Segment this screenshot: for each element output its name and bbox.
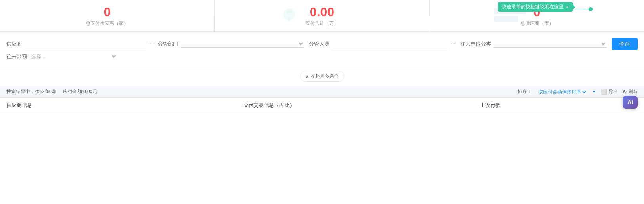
table-body	[0, 113, 644, 204]
stat-payable-total-number: 0.00	[310, 4, 334, 19]
stat-payable-vendors-label: 总应付供应商（家）	[86, 20, 128, 27]
tooltip-text: 快速录单的快捷键说明在这里	[502, 4, 564, 10]
stat-payable-total-label: 应付合计（万）	[305, 20, 339, 27]
collapse-button[interactable]: ∧ 收起更多条件	[300, 71, 344, 82]
tooltip-dot	[589, 7, 593, 11]
refresh-icon: ↻	[623, 89, 627, 95]
filter-row-2: 往来余额 选择... ▼	[6, 53, 638, 60]
table-col-supplier-info: 供应商信息	[6, 102, 243, 109]
stat-total-vendors-label: 总供应商（家）	[520, 20, 554, 27]
balance-select-wrapper[interactable]: 选择... ▼	[29, 53, 117, 60]
sort-arrow-icon: ▼	[592, 90, 596, 94]
person-input[interactable]	[332, 40, 448, 48]
unit-class-select-wrapper[interactable]: ▼	[493, 40, 607, 48]
refresh-button[interactable]: ↻ 刷新	[623, 88, 638, 95]
bg-decoration-2	[494, 16, 518, 22]
export-icon: ⬜	[601, 89, 607, 95]
stat-total-vendors: 快速录单的快捷键说明在这里 × 0 总供应商（家）	[430, 0, 644, 31]
supplier-label: 供应商	[6, 40, 22, 48]
svg-point-1	[286, 10, 292, 13]
filter-row-1: 供应商 ··· 分管部门 ▼ 分管人员 ··· 往来单位分类	[6, 38, 638, 50]
filter-section: 供应商 ··· 分管部门 ▼ 分管人员 ··· 往来单位分类	[0, 33, 644, 67]
stat-payable-vendors-number: 0	[103, 4, 111, 19]
query-button[interactable]: 查询	[612, 38, 638, 50]
result-bar-right: 排序： 按应付会额倒序排序 ▼ ⬜ 导出 ↻ 刷新	[518, 88, 638, 95]
ai-button[interactable]: Ai	[623, 96, 638, 109]
collapse-row: ∧ 收起更多条件	[0, 67, 644, 86]
refresh-label[interactable]: 刷新	[628, 88, 638, 95]
payable-amount-text: 应付金额 0.00元	[63, 88, 97, 95]
person-label: 分管人员	[309, 40, 330, 48]
person-dots[interactable]: ···	[451, 41, 455, 47]
unit-class-label: 往来单位分类	[460, 40, 491, 48]
filter-supplier: 供应商 ···	[6, 40, 153, 48]
filter-balance: 往来余额 选择... ▼	[6, 53, 117, 60]
unit-class-select[interactable]	[493, 40, 607, 47]
table-col-last-payment: 上次付款	[480, 102, 638, 109]
dept-select-wrapper[interactable]: ▼	[181, 40, 304, 48]
dept-select[interactable]	[181, 40, 304, 47]
top-stats-bar: 0 总应付供应商（家） 0.00 应付合计（万） 快速录单的快捷键说明在这里 ×…	[0, 0, 644, 32]
result-bar: 搜索结果中，供应商0家 应付金额 0.00元 排序： 按应付会额倒序排序 ▼ ⬜…	[0, 86, 644, 98]
table-header: 供应商信息 应付交易信息（占比） 上次付款	[0, 98, 644, 113]
sort-select[interactable]: 按应付会额倒序排序	[537, 89, 587, 95]
collapse-icon: ∧	[305, 74, 309, 79]
search-result-text: 搜索结果中，供应商0家	[6, 88, 57, 95]
filter-unit-class: 往来单位分类 ▼	[460, 40, 607, 48]
sort-label: 排序：	[518, 88, 532, 95]
result-bar-left: 搜索结果中，供应商0家 应付金额 0.00元	[6, 88, 97, 95]
svg-rect-2	[288, 17, 290, 21]
mint-icon	[279, 6, 299, 26]
balance-select[interactable]: 选择...	[29, 53, 117, 60]
balance-label: 往来余额	[6, 53, 27, 60]
tooltip-close[interactable]: ×	[566, 4, 569, 10]
stat-total-payable-vendors: 0 总应付供应商（家）	[0, 0, 215, 31]
filter-dept: 分管部门 ▼	[158, 40, 304, 48]
tooltip-line	[575, 9, 591, 9]
filter-person: 分管人员 ···	[309, 40, 455, 48]
supplier-input[interactable]	[24, 40, 146, 48]
export-button[interactable]: ⬜ 导出	[601, 88, 618, 95]
export-label[interactable]: 导出	[608, 88, 618, 95]
supplier-dots[interactable]: ···	[148, 41, 153, 47]
table-col-payable-info: 应付交易信息（占比）	[243, 102, 480, 109]
tooltip-bubble: 快速录单的快捷键说明在这里 ×	[498, 2, 573, 12]
dept-label: 分管部门	[158, 40, 178, 48]
stat-payable-total: 0.00 应付合计（万）	[215, 0, 430, 31]
collapse-label: 收起更多条件	[311, 73, 339, 80]
